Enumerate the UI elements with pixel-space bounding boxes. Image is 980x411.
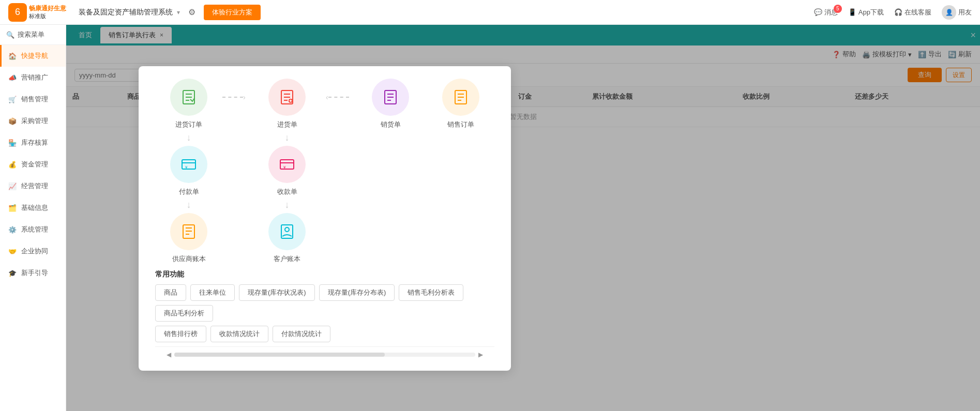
trial-button[interactable]: 体验行业方案 bbox=[204, 5, 261, 20]
user-name: 用友 bbox=[958, 8, 972, 17]
content-area: 首页 销售订单执行表 × × ❓ 帮助 🖨️ 按模板打印 bbox=[66, 25, 980, 411]
right-flow-column: 销货单 bbox=[357, 79, 424, 129]
far-right-flow-column: 销售订单 bbox=[427, 79, 494, 129]
search-icon: 🔍 bbox=[6, 31, 14, 39]
funds-icon: 💰 bbox=[8, 160, 17, 169]
scroll-track[interactable] bbox=[174, 353, 475, 357]
left-flow-column: 进货订单 ↓ ¥ 付款单 ↓ bbox=[155, 79, 222, 264]
avatar: 👤 bbox=[942, 5, 956, 20]
logo-section: 6 畅康通好生意 标准版 bbox=[8, 3, 74, 22]
node-purchase-bill[interactable]: 进货单 bbox=[253, 79, 321, 129]
svg-text:¥: ¥ bbox=[185, 165, 188, 170]
node-supplier-ledger[interactable]: 供应商账本 bbox=[155, 213, 222, 264]
inventory-icon: 🏪 bbox=[8, 138, 17, 147]
node-purchase-order-label: 进货订单 bbox=[175, 120, 202, 129]
sidebar-item-sales[interactable]: 🛒 销售管理 bbox=[0, 88, 66, 110]
node-payment[interactable]: ¥ 付款单 bbox=[155, 146, 222, 196]
main-area: 🔍 搜索菜单 🏠 快捷导航 📣 营销推广 🛒 销售管理 📦 采购管理 🏪 bbox=[0, 25, 980, 411]
sidebar-item-collab[interactable]: 🤝 企业协同 bbox=[0, 240, 66, 262]
sidebar-item-marketing[interactable]: 📣 营销推广 bbox=[0, 67, 66, 88]
node-sales-order-label: 销售订单 bbox=[447, 120, 474, 129]
system-dropdown-icon[interactable]: ▾ bbox=[177, 9, 180, 16]
svg-rect-23 bbox=[280, 160, 294, 169]
search-menu[interactable]: 🔍 搜索菜单 bbox=[0, 25, 66, 45]
sidebar: 🔍 搜索菜单 🏠 快捷导航 📣 营销推广 🛒 销售管理 📦 采购管理 🏪 bbox=[0, 25, 66, 411]
node-supplier-ledger-label: 供应商账本 bbox=[172, 254, 206, 264]
func-btn-product[interactable]: 商品 bbox=[155, 284, 186, 301]
arrow-down-payment: ↓ bbox=[155, 131, 222, 144]
node-receipt-label: 收款单 bbox=[277, 187, 297, 196]
scroll-thumb[interactable] bbox=[174, 353, 385, 357]
node-purchase-bill-label: 进货单 bbox=[277, 120, 297, 129]
logo-text: 畅康通好生意 标准版 bbox=[29, 5, 66, 20]
func-btn-payment-stats[interactable]: 付款情况统计 bbox=[273, 326, 330, 342]
func-btn-sales-gross[interactable]: 销售毛利分析表 bbox=[399, 284, 463, 301]
func-btn-inventory-dist[interactable]: 现存量(库存分布表) bbox=[319, 284, 395, 301]
node-customer-ledger-label: 客户账本 bbox=[274, 254, 300, 264]
node-sales-bill[interactable]: 销货单 bbox=[357, 79, 424, 129]
node-receipt[interactable]: ¥ 收款单 bbox=[253, 146, 321, 196]
system-title-section: 装备及固定资产辅助管理系统 ▾ ⚙ 体验行业方案 bbox=[79, 5, 814, 20]
user-section[interactable]: 👤 用友 bbox=[942, 5, 972, 20]
supplier-ledger-icon bbox=[170, 213, 207, 250]
operations-icon: 📈 bbox=[8, 181, 17, 191]
app-download-button[interactable]: 📱 App下载 bbox=[848, 8, 884, 17]
online-service-button[interactable]: 🎧 在线客服 bbox=[894, 8, 931, 17]
logo-icon: 6 bbox=[8, 3, 27, 22]
sidebar-item-operations[interactable]: 📈 经营管理 bbox=[0, 175, 66, 197]
scroll-right-arrow[interactable]: ▶ bbox=[475, 351, 486, 358]
sidebar-item-quick-nav[interactable]: 🏠 快捷导航 bbox=[0, 45, 66, 67]
sidebar-item-inventory[interactable]: 🏪 库存核算 bbox=[0, 132, 66, 154]
message-button[interactable]: 💬 消息 5 bbox=[814, 8, 838, 17]
node-sales-bill-label: 销货单 bbox=[381, 120, 401, 129]
sales-order-icon bbox=[442, 79, 479, 116]
node-customer-ledger[interactable]: 客户账本 bbox=[253, 213, 321, 264]
customer-ledger-icon bbox=[268, 213, 306, 250]
message-badge: 5 bbox=[834, 5, 842, 13]
sales-bill-icon bbox=[372, 79, 409, 116]
collab-icon: 🤝 bbox=[8, 247, 17, 256]
svg-rect-6 bbox=[182, 160, 195, 169]
sidebar-item-purchase[interactable]: 📦 采购管理 bbox=[0, 110, 66, 132]
top-right: 💬 消息 5 📱 App下载 🎧 在线客服 👤 用友 bbox=[814, 5, 972, 20]
scroll-left-arrow[interactable]: ◀ bbox=[163, 351, 174, 358]
service-icon: 🎧 bbox=[894, 8, 902, 16]
settings-icon[interactable]: ⚙ bbox=[188, 7, 195, 17]
guide-icon: 🎓 bbox=[8, 268, 17, 278]
home-icon: 🏠 bbox=[8, 51, 17, 60]
sales-icon: 🛒 bbox=[8, 95, 17, 104]
func-btn-product-gross[interactable]: 商品毛利分析 bbox=[155, 305, 213, 322]
arrow-down-customer: ↓ bbox=[253, 199, 321, 211]
arrow-down-receipt: ↓ bbox=[253, 131, 321, 144]
sidebar-item-funds[interactable]: 💰 资金管理 bbox=[0, 154, 66, 175]
info-icon: 🗂️ bbox=[8, 203, 17, 212]
payment-icon: ¥ bbox=[170, 146, 207, 183]
func-btn-partners[interactable]: 往来单位 bbox=[190, 284, 235, 301]
download-icon: 📱 bbox=[848, 8, 856, 16]
arrow-sales-bill-to-order: ‹ bbox=[326, 79, 357, 101]
func-btn-receipt-stats[interactable]: 收款情况统计 bbox=[210, 326, 268, 342]
receipt-icon: ¥ bbox=[268, 146, 306, 183]
top-bar: 6 畅康通好生意 标准版 装备及固定资产辅助管理系统 ▾ ⚙ 体验行业方案 💬 … bbox=[0, 0, 980, 25]
node-purchase-order[interactable]: 进货订单 bbox=[155, 79, 222, 129]
func-buttons-row2: 销售排行榜 收款情况统计 付款情况统计 bbox=[155, 326, 494, 342]
common-functions-title: 常用功能 bbox=[155, 270, 494, 279]
system-icon: ⚙️ bbox=[8, 225, 17, 234]
arrow-down-supplier: ↓ bbox=[155, 199, 222, 211]
func-btn-sales-ranking[interactable]: 销售排行榜 bbox=[155, 326, 206, 342]
purchase-icon: 📦 bbox=[8, 116, 17, 126]
quick-guide-panel: 进货订单 ↓ ¥ 付款单 ↓ bbox=[139, 66, 511, 371]
svg-point-28 bbox=[285, 227, 289, 232]
sidebar-item-guide[interactable]: 🎓 新手引导 bbox=[0, 262, 66, 284]
node-sales-order[interactable]: 销售订单 bbox=[427, 79, 494, 129]
purchase-bill-icon bbox=[268, 79, 306, 116]
func-btn-inventory-status[interactable]: 现存量(库存状况表) bbox=[239, 284, 315, 301]
marketing-icon: 📣 bbox=[8, 73, 17, 82]
func-buttons-row1: 商品 往来单位 现存量(库存状况表) 现存量(库存分布表) 销售毛利分析表 商品… bbox=[155, 284, 494, 322]
sidebar-item-basic-info[interactable]: 🗂️ 基础信息 bbox=[0, 197, 66, 219]
scroll-bar-area: ◀ ▶ bbox=[155, 346, 494, 362]
node-payment-label: 付款单 bbox=[179, 187, 199, 196]
flow-diagram: 进货订单 ↓ ¥ 付款单 ↓ bbox=[155, 79, 494, 264]
sidebar-item-system[interactable]: ⚙️ 系统管理 bbox=[0, 219, 66, 240]
svg-text:¥: ¥ bbox=[283, 165, 286, 170]
